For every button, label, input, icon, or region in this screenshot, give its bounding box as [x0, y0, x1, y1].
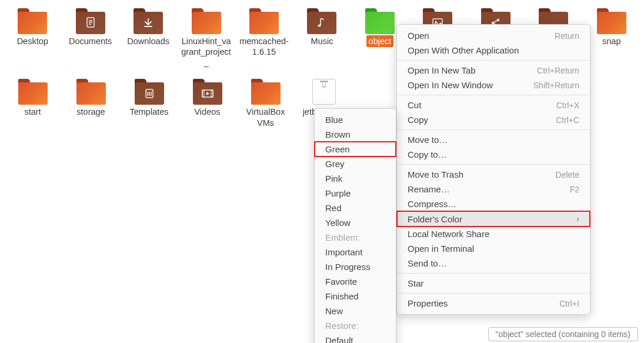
color-option[interactable]: Red: [315, 201, 396, 215]
file-label: Videos: [192, 106, 222, 118]
menu-item-label: Open In New Window: [408, 80, 493, 90]
menu-item-shortcut: F2: [570, 185, 579, 194]
emblem-option[interactable]: In Progress: [315, 259, 396, 274]
context-menu-item[interactable]: Compress…: [397, 197, 590, 211]
context-menu-item[interactable]: Rename…F2: [397, 182, 590, 197]
color-option[interactable]: Blue: [315, 112, 396, 127]
folder-icon: [307, 8, 336, 34]
file-label: Music: [309, 35, 336, 47]
menu-item-label: Move to Trash: [408, 169, 463, 179]
submenu-header: Emblem:: [315, 230, 396, 245]
context-menu-item[interactable]: Star: [397, 276, 590, 291]
context-menu-item[interactable]: PropertiesCtrl+I: [397, 296, 590, 311]
file-item[interactable]: Desktop: [4, 8, 61, 68]
file-label: Downloads: [125, 35, 172, 47]
file-label: Templates: [127, 106, 171, 118]
folder-icon: [18, 8, 47, 34]
emblem-label: Finished: [325, 291, 359, 301]
context-menu-item[interactable]: Local Network Share: [397, 227, 590, 241]
color-option[interactable]: Brown: [315, 127, 396, 142]
color-label: Red: [325, 203, 342, 213]
menu-separator: [397, 95, 590, 95]
color-label: Purple: [325, 188, 351, 198]
file-label: snap: [600, 35, 623, 47]
color-option[interactable]: Grey: [315, 156, 396, 171]
archive-icon: [312, 79, 336, 105]
file-label: VirtualBox VMs: [238, 106, 293, 128]
file-item[interactable]: memcached-1.6.15: [235, 8, 293, 68]
color-label: Green: [325, 144, 350, 154]
context-menu-item[interactable]: Move to…: [397, 132, 590, 147]
menu-separator: [397, 293, 590, 294]
emblem-option[interactable]: Favorite: [315, 274, 396, 289]
emblem-option[interactable]: Important: [315, 245, 396, 259]
status-bar: "object" selected (containing 0 items): [488, 327, 638, 341]
svg-point-8: [497, 19, 499, 21]
menu-item-label: Rename…: [408, 184, 450, 194]
folder-icon: [193, 79, 222, 105]
folder-icon: [18, 79, 48, 105]
menu-item-label: Open: [408, 31, 429, 41]
context-menu-item[interactable]: Open In New TabCtrl+Return: [397, 63, 590, 78]
file-item[interactable]: Videos: [178, 79, 236, 128]
file-item[interactable]: Templates: [120, 79, 178, 128]
menu-item-shortcut: Ctrl+I: [559, 299, 579, 308]
color-option[interactable]: Green: [315, 142, 396, 156]
file-item[interactable]: Downloads: [119, 8, 177, 68]
emblem-label: New: [325, 306, 343, 316]
file-label: LinuxHint_vagrant_project_: [178, 35, 234, 68]
file-item[interactable]: Documents: [61, 8, 119, 68]
menu-item-label: Send to…: [408, 258, 447, 268]
emblem-label: Favorite: [325, 277, 357, 287]
color-option[interactable]: Yellow: [315, 215, 396, 230]
restore-option[interactable]: Default: [315, 333, 396, 343]
menu-item-shortcut: Ctrl+Return: [537, 66, 579, 75]
menu-item-shortcut: Delete: [556, 170, 579, 179]
context-menu-item[interactable]: CutCtrl+X: [397, 98, 590, 112]
folder-icon: [597, 8, 626, 34]
menu-separator: [397, 164, 590, 165]
file-label: memcached-1.6.15: [236, 35, 292, 58]
svg-line-10: [494, 21, 497, 22]
file-label: start: [22, 106, 43, 118]
file-label: Documents: [66, 35, 114, 47]
color-option[interactable]: Purple: [315, 186, 396, 201]
context-menu-item[interactable]: OpenReturn: [397, 28, 590, 43]
menu-item-label: Open In New Tab: [408, 65, 476, 75]
file-item[interactable]: storage: [62, 79, 120, 128]
submenu-header: Restore:: [315, 318, 396, 333]
menu-item-label: Local Network Share: [408, 229, 489, 239]
svg-rect-18: [211, 90, 213, 97]
file-label: object: [366, 35, 394, 47]
folder-color-submenu: BlueBrownGreenGreyPinkPurpleRedYellowEmb…: [314, 108, 396, 343]
context-menu-item[interactable]: Open In New WindowShift+Return: [397, 78, 590, 92]
context-menu-item[interactable]: Copy to…: [397, 147, 590, 162]
file-item[interactable]: LinuxHint_vagrant_project_: [177, 8, 235, 68]
menu-item-label: Star: [408, 278, 424, 288]
menu-item-label: Copy to…: [408, 149, 447, 159]
menu-item-shortcut: Ctrl+C: [556, 115, 579, 125]
folder-icon: [249, 8, 279, 34]
context-menu-item[interactable]: Move to TrashDelete: [397, 167, 590, 182]
context-menu-item[interactable]: Open in Terminal: [397, 241, 590, 256]
file-item[interactable]: Music: [293, 8, 351, 68]
menu-item-label: Properties: [408, 298, 448, 308]
emblem-option[interactable]: Finished: [315, 289, 396, 304]
color-label: Brown: [325, 129, 351, 139]
menu-item-label: Open in Terminal: [408, 244, 474, 254]
context-menu-item[interactable]: CopyCtrl+C: [397, 112, 590, 127]
menu-item-label: Compress…: [408, 199, 456, 209]
context-menu-item[interactable]: Send to…: [397, 256, 590, 271]
svg-point-4: [318, 25, 321, 27]
menu-separator: [397, 60, 590, 61]
folder-icon: [76, 8, 105, 34]
context-menu: OpenReturnOpen With Other ApplicationOpe…: [396, 24, 590, 315]
file-item[interactable]: snap: [583, 8, 640, 68]
context-menu-item[interactable]: Folder's Color: [397, 211, 590, 227]
folder-icon: [365, 8, 395, 34]
emblem-option[interactable]: New: [315, 304, 396, 318]
file-item[interactable]: start: [4, 79, 62, 128]
context-menu-item[interactable]: Open With Other Application: [397, 43, 590, 58]
color-option[interactable]: Pink: [315, 171, 396, 186]
file-item[interactable]: VirtualBox VMs: [236, 79, 295, 128]
